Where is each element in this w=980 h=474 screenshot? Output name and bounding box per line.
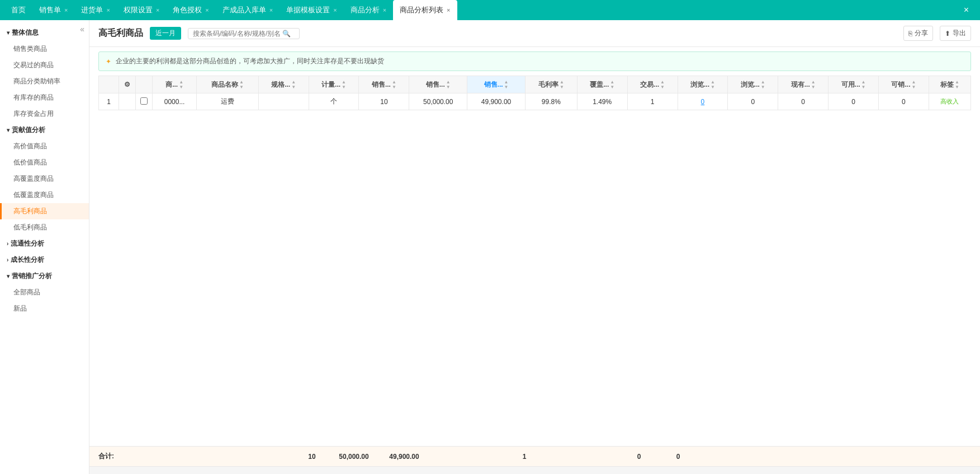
sidebar-item-category-rate[interactable]: 商品分类助销率	[0, 73, 89, 90]
nav-product-stock[interactable]: 产成品入库单 ×	[216, 0, 280, 20]
sidebar-item-high-margin[interactable]: 高毛利商品	[0, 203, 89, 219]
footer-cell-4	[262, 453, 295, 461]
cell-sales-qty: 10	[359, 93, 409, 110]
search-box: 🔍	[188, 28, 300, 39]
col-sales-profit[interactable]: 销售...▲▼	[467, 76, 525, 93]
group-arrow-growth: ›	[7, 257, 8, 263]
col-unit[interactable]: 计量...▲▼	[309, 76, 359, 93]
col-index	[99, 76, 119, 93]
sidebar-item-new-goods[interactable]: 新品	[0, 301, 89, 317]
search-icon[interactable]: 🔍	[282, 30, 291, 37]
sidebar-group-overall[interactable]: ▾ 整体信息	[0, 25, 89, 41]
share-button[interactable]: ⎘ 分享	[903, 26, 933, 41]
nav-analysis-close[interactable]: ×	[383, 7, 386, 13]
footer-cell-transaction: 1	[508, 453, 541, 461]
cell-coverage: 1.49%	[577, 93, 627, 110]
share-icon: ⎘	[908, 30, 912, 37]
table-wrapper[interactable]: ⚙ 商...▲▼ 商品名称▲▼ 规格...▲▼ 计量...▲▼	[89, 76, 980, 446]
bottom-scrollbar[interactable]	[89, 466, 980, 474]
table-header-row: ⚙ 商...▲▼ 商品名称▲▼ 规格...▲▼ 计量...▲▼	[99, 76, 971, 93]
col-sales-qty[interactable]: 销售...▲▼	[359, 76, 409, 93]
nav-permission-close[interactable]: ×	[156, 7, 159, 13]
footer-cell-0	[130, 453, 150, 461]
main-layout: « ▾ 整体信息 销售类商品 交易过的商品 商品分类助销率 有库存的商品 库存资…	[0, 20, 980, 474]
sidebar-item-all-goods[interactable]: 全部商品	[0, 284, 89, 301]
nav-role-auth[interactable]: 角色授权 ×	[166, 0, 215, 20]
footer-cell-available: 0	[659, 453, 698, 461]
cell-browse1[interactable]: 0	[678, 93, 728, 110]
export-button[interactable]: ⬆ 导出	[940, 26, 971, 41]
sidebar-collapse-button[interactable]: «	[80, 25, 84, 34]
col-current-stock[interactable]: 现有...▲▼	[778, 76, 828, 93]
sidebar-item-high-coverage[interactable]: 高覆盖度商品	[0, 171, 89, 187]
content-area: 高毛利商品 近一月 🔍 ⎘ 分享 ⬆ 导出 ✦ 企业的主要的利润都是这部分商品创…	[89, 20, 980, 474]
sidebar-group-growth[interactable]: › 成长性分析	[0, 252, 89, 268]
nav-analysis-list-close[interactable]: ×	[447, 7, 450, 13]
sidebar: « ▾ 整体信息 销售类商品 交易过的商品 商品分类助销率 有库存的商品 库存资…	[0, 20, 89, 474]
sidebar-group-liquidity[interactable]: › 流通性分析	[0, 236, 89, 252]
col-gross-margin[interactable]: 毛利率▲▼	[525, 76, 577, 93]
sidebar-item-high-value[interactable]: 高价值商品	[0, 138, 89, 154]
cell-unit: 个	[309, 93, 359, 110]
col-coverage[interactable]: 覆盖...▲▼	[577, 76, 627, 93]
col-browse2[interactable]: 浏览...▲▼	[728, 76, 778, 93]
col-browse1[interactable]: 浏览...▲▼	[678, 76, 728, 93]
sidebar-item-stock-goods[interactable]: 有库存的商品	[0, 90, 89, 106]
footer-label: 合计:	[98, 452, 121, 461]
cell-sales-profit: 49,900.00	[467, 93, 525, 110]
sidebar-group-contribution[interactable]: ▾ 贡献值分析	[0, 122, 89, 138]
sidebar-item-traded-goods[interactable]: 交易过的商品	[0, 57, 89, 73]
sidebar-item-low-margin[interactable]: 低毛利商品	[0, 219, 89, 236]
sidebar-item-stock-capital[interactable]: 库存资金占用	[0, 106, 89, 122]
footer-cell-3	[206, 453, 262, 461]
nav-role-close[interactable]: ×	[205, 7, 209, 13]
col-spec[interactable]: 规格...▲▼	[258, 76, 309, 93]
footer-cell-coverage	[468, 453, 508, 461]
footer-cell-sales-qty: 10	[295, 453, 329, 461]
window-close-button[interactable]: ×	[957, 5, 976, 15]
date-filter-button[interactable]: 近一月	[150, 27, 181, 40]
data-table: ⚙ 商...▲▼ 商品名称▲▼ 规格...▲▼ 计量...▲▼	[98, 76, 971, 110]
nav-home[interactable]: 首页	[4, 0, 32, 20]
sidebar-item-low-coverage[interactable]: 低覆盖度商品	[0, 187, 89, 203]
nav-permission-setting[interactable]: 权限设置 ×	[117, 0, 166, 20]
cell-tag: 高收入	[929, 93, 970, 110]
search-input[interactable]	[193, 30, 282, 37]
group-arrow-liquidity: ›	[7, 241, 8, 247]
col-name[interactable]: 商品名称▲▼	[197, 76, 259, 93]
table-row: 1 0000... 运费 个 10 50,000.00 49,900.00 99…	[99, 93, 971, 110]
footer-cell-1	[150, 453, 167, 461]
row-checkbox[interactable]	[140, 97, 148, 105]
nav-analysis-list[interactable]: 商品分析列表 ×	[393, 0, 457, 20]
sidebar-item-low-value[interactable]: 低价值商品	[0, 154, 89, 171]
group-arrow-overall: ▾	[7, 30, 10, 36]
nav-product-stock-close[interactable]: ×	[269, 7, 273, 13]
footer-cell-sales-profit: 49,900.00	[379, 453, 429, 461]
sidebar-group-marketing[interactable]: ▾ 营销推广分析	[0, 268, 89, 284]
footer-cell-browse1	[541, 453, 580, 461]
nav-product-analysis[interactable]: 商品分析 ×	[344, 0, 393, 20]
col-code[interactable]: 商...▲▼	[153, 76, 197, 93]
cell-browse2: 0	[728, 93, 778, 110]
col-sellable[interactable]: 可销...▲▼	[879, 76, 929, 93]
col-sales-amount[interactable]: 销售...▲▼	[409, 76, 467, 93]
nav-template-close[interactable]: ×	[333, 7, 337, 13]
footer-cell-sales-amount: 50,000.00	[329, 453, 379, 461]
col-available[interactable]: 可用...▲▼	[828, 76, 879, 93]
sidebar-item-sales-goods[interactable]: 销售类商品	[0, 41, 89, 57]
col-settings[interactable]: ⚙	[119, 76, 136, 93]
nav-sales[interactable]: 销售单 ×	[32, 0, 74, 20]
cell-index: 1	[99, 93, 119, 110]
info-text: 企业的主要的利润都是这部分商品创造的，可考虑加大推广，同时关注库存是不要出现缺货	[116, 57, 384, 66]
nav-template-setting[interactable]: 单据模板设置 ×	[280, 0, 343, 20]
cell-sellable: 0	[879, 93, 929, 110]
col-tag[interactable]: 标签▲▼	[929, 76, 970, 93]
cell-settings[interactable]	[119, 93, 136, 110]
table-footer: 合计: 10 50,000.00 49,900.00 1 0 0	[89, 446, 980, 466]
cell-checkbox[interactable]	[136, 93, 153, 110]
nav-sales-close[interactable]: ×	[64, 7, 68, 13]
col-transaction[interactable]: 交易...▲▼	[627, 76, 678, 93]
nav-purchase[interactable]: 进货单 ×	[74, 0, 116, 20]
export-icon: ⬆	[945, 30, 950, 37]
nav-purchase-close[interactable]: ×	[106, 7, 110, 13]
